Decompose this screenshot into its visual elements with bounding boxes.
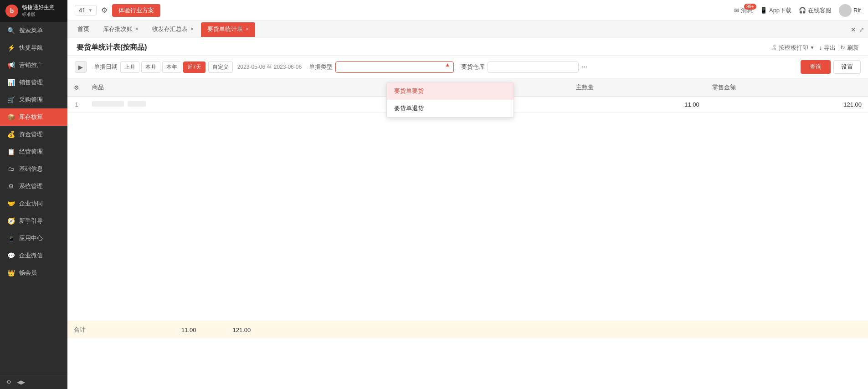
filter-expand-btn[interactable]: ▶ bbox=[75, 61, 87, 73]
sidebar-label-quick-nav: 快捷导航 bbox=[19, 44, 43, 52]
type-dropdown: 要货单要货 要货单退货 bbox=[386, 82, 514, 118]
sidebar-item-inventory[interactable]: 📦 库存核算 bbox=[0, 108, 67, 126]
folder-icon: 🗂 bbox=[6, 165, 15, 173]
sidebar-label-basic-info: 基础信息 bbox=[19, 165, 43, 173]
date-opt-7days[interactable]: 近7天 bbox=[183, 61, 205, 73]
trial-button[interactable]: 体验行业方案 bbox=[112, 4, 160, 17]
summary-row: 合计 11.00 121.00 bbox=[67, 321, 868, 338]
sidebar-item-member[interactable]: 👑 畅会员 bbox=[0, 264, 67, 282]
date-opt-last-month[interactable]: 上月 bbox=[120, 61, 139, 73]
sidebar-item-app-center[interactable]: 📱 应用中心 bbox=[0, 230, 67, 247]
date-opt-custom[interactable]: 自定义 bbox=[208, 61, 233, 73]
print-btn[interactable]: 🖨 按模板打印 ▼ bbox=[771, 44, 815, 52]
sidebar-label-inventory: 库存核算 bbox=[19, 113, 43, 121]
refresh-icon: ↻ bbox=[840, 44, 845, 51]
sidebar-settings-icon[interactable]: ⚙ bbox=[6, 379, 11, 385]
messages-btn[interactable]: ✉ 消息 99+ bbox=[734, 6, 753, 15]
avatar bbox=[839, 4, 852, 17]
tabbar: 首页 库存批次账 × 收发存汇总表 × 要货单统计表 × ✕ ⤢ bbox=[67, 21, 868, 38]
date-range-display: 2023-05-06 至 2023-06-06 bbox=[237, 63, 302, 71]
app-download-btn[interactable]: 📱 App下载 bbox=[760, 6, 791, 15]
app-logo-icon: b bbox=[5, 5, 18, 17]
refresh-btn[interactable]: ↻ 刷新 bbox=[840, 44, 859, 52]
sidebar-item-enterprise[interactable]: 🤝 企业协同 bbox=[0, 195, 67, 212]
query-button[interactable]: 查询 bbox=[801, 60, 831, 74]
sidebar: b 畅捷通好生意 标准版 🔍 搜索菜单 ⚡ 快捷导航 📢 营销推广 📊 销售管理… bbox=[0, 0, 67, 389]
online-service-label: 在线客服 bbox=[808, 6, 832, 15]
tab-requisition-stats-close[interactable]: × bbox=[246, 26, 249, 32]
type-filter-input[interactable] bbox=[335, 61, 454, 73]
sidebar-item-finance[interactable]: 💰 资金管理 bbox=[0, 126, 67, 143]
filter-more-icon[interactable]: ··· bbox=[581, 63, 587, 71]
sidebar-item-sales[interactable]: 📊 销售管理 bbox=[0, 74, 67, 91]
date-opt-this-year[interactable]: 本年 bbox=[162, 61, 181, 73]
sidebar-item-system[interactable]: ⚙ 系统管理 bbox=[0, 178, 67, 195]
mobile-icon: 📱 bbox=[6, 235, 15, 242]
tab-close-all-btn[interactable]: ✕ bbox=[851, 26, 856, 33]
tab-receive-summary-close[interactable]: × bbox=[190, 26, 194, 32]
tab-receive-summary-label: 收发存汇总表 bbox=[152, 25, 188, 33]
settings-button[interactable]: 设置 bbox=[833, 60, 861, 74]
tab-home[interactable]: 首页 bbox=[71, 22, 96, 37]
sidebar-item-operations[interactable]: 📋 经营管理 bbox=[0, 143, 67, 160]
sidebar-item-basic-info[interactable]: 🗂 基础信息 bbox=[0, 160, 67, 178]
sidebar-label-sales: 销售管理 bbox=[19, 78, 43, 87]
warehouse-filter-input[interactable] bbox=[488, 61, 579, 73]
data-table-container: ⚙ 商品 主计量单位 主数量 零售金额 1 块 bbox=[67, 79, 868, 338]
user-menu[interactable]: Rit bbox=[839, 4, 861, 17]
sidebar-item-guide[interactable]: 🧭 新手引导 bbox=[0, 212, 67, 230]
sidebar-nav: 🔍 搜索菜单 ⚡ 快捷导航 📢 营销推广 📊 销售管理 🛒 采购管理 📦 库存核… bbox=[0, 22, 67, 375]
sidebar-footer: ⚙ ◀▶ bbox=[0, 375, 67, 389]
sidebar-item-marketing[interactable]: 📢 营销推广 bbox=[0, 56, 67, 74]
col-quantity: 主数量 bbox=[570, 79, 705, 97]
dropdown-item-purchase[interactable]: 要货单要货 bbox=[387, 82, 514, 100]
lightning-icon: ⚡ bbox=[6, 44, 15, 51]
page-title: 要货单统计表(按商品) bbox=[77, 43, 147, 52]
sidebar-item-purchase[interactable]: 🛒 采购管理 bbox=[0, 91, 67, 108]
sidebar-item-quick-nav[interactable]: ⚡ 快捷导航 bbox=[0, 39, 67, 56]
dropdown-item-return[interactable]: 要货单退货 bbox=[387, 100, 514, 117]
search-icon: 🔍 bbox=[6, 27, 15, 34]
page-header: 要货单统计表(按商品) 🖨 按模板打印 ▼ ↓ 导出 ↻ 刷新 bbox=[67, 38, 868, 56]
tab-home-label: 首页 bbox=[77, 25, 89, 33]
sidebar-item-wechat[interactable]: 💬 企业微信 bbox=[0, 247, 67, 264]
type-filter-label: 单据类型 bbox=[309, 63, 333, 71]
col-product: 商品 bbox=[86, 79, 381, 97]
app-version: 标准版 bbox=[22, 11, 55, 18]
tab-receive-summary[interactable]: 收发存汇总表 × bbox=[146, 22, 200, 37]
store-name: 41 bbox=[79, 7, 85, 14]
message-icon: ✉ bbox=[734, 7, 739, 14]
print-icon: 🖨 bbox=[771, 44, 777, 51]
app-download-label: App下载 bbox=[769, 6, 791, 15]
tabbar-right: ✕ ⤢ bbox=[851, 26, 864, 33]
export-btn-label: 导出 bbox=[824, 44, 836, 52]
money-icon: 💰 bbox=[6, 131, 15, 138]
store-selector[interactable]: 41 ▼ bbox=[75, 5, 97, 15]
tab-inventory-batch[interactable]: 库存批次账 × bbox=[97, 22, 145, 37]
row-index: 1 bbox=[67, 97, 86, 113]
company-name: 畅捷通好生意 bbox=[22, 4, 55, 11]
app-logo-text: 畅捷通好生意 标准版 bbox=[22, 4, 55, 18]
box-icon: 📦 bbox=[6, 113, 15, 121]
clipboard-icon: 📋 bbox=[6, 148, 15, 155]
sidebar-item-search[interactable]: 🔍 搜索菜单 bbox=[0, 22, 67, 39]
tab-inventory-batch-close[interactable]: × bbox=[135, 26, 139, 32]
download-icon: 📱 bbox=[760, 7, 767, 14]
warehouse-filter-group: 要货仓库 ··· bbox=[461, 61, 587, 73]
filter-bar: ▶ 单据日期 上月 本月 本年 近7天 自定义 2023-05-06 至 202… bbox=[67, 56, 868, 79]
sidebar-label-search: 搜索菜单 bbox=[19, 26, 43, 35]
export-btn[interactable]: ↓ 导出 bbox=[819, 44, 836, 52]
date-opt-this-month[interactable]: 本月 bbox=[141, 61, 160, 73]
row-quantity: 11.00 bbox=[570, 97, 705, 113]
row-product bbox=[86, 97, 381, 113]
col-settings[interactable]: ⚙ bbox=[67, 79, 86, 97]
sidebar-label-system: 系统管理 bbox=[19, 182, 43, 190]
tab-expand-btn[interactable]: ⤢ bbox=[859, 26, 864, 33]
print-btn-label: 按模板打印 bbox=[779, 44, 808, 52]
online-service-btn[interactable]: 🎧 在线客服 bbox=[799, 6, 832, 15]
row-sale-amount: 121.00 bbox=[706, 97, 868, 113]
topbar-gear-icon[interactable]: ⚙ bbox=[101, 6, 108, 15]
tab-requisition-stats[interactable]: 要货单统计表 × bbox=[201, 22, 255, 37]
sidebar-collapse-icon[interactable]: ◀▶ bbox=[17, 379, 25, 385]
summary-quantity-value: 11.00 bbox=[181, 327, 196, 333]
